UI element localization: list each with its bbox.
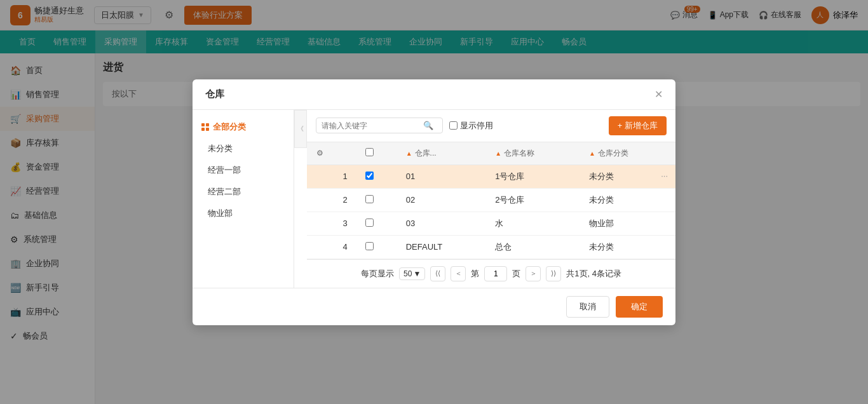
sidebar-collapse-button[interactable]: 《: [294, 110, 307, 148]
row-category: 未分类···: [581, 165, 675, 188]
th-name: ▲ 仓库名称: [487, 142, 581, 165]
modal-toolbar: 🔍 显示停用 + 新增仓库: [307, 110, 675, 142]
table-row[interactable]: 2 02 2号仓库 未分类: [307, 188, 675, 212]
row-code: 03: [398, 212, 487, 235]
sort-icon: ▲: [406, 150, 412, 157]
last-page-button[interactable]: ⟩⟩: [546, 266, 561, 281]
modal-table-wrap: ⚙ ▲ 仓库...: [307, 142, 675, 259]
row-name: 水: [487, 212, 581, 235]
modal-content-area: 🔍 显示停用 + 新增仓库 ⚙: [307, 110, 675, 288]
table-row[interactable]: 4 DEFAULT 总仓 未分类: [307, 235, 675, 259]
search-input[interactable]: [322, 121, 423, 130]
row-gear: [307, 165, 332, 188]
row-gear: [307, 212, 332, 235]
th-code-label: 仓库...: [415, 148, 437, 159]
page-input[interactable]: [484, 266, 507, 281]
row-category: 未分类: [581, 235, 675, 259]
per-page-dropdown-icon: ▼: [413, 269, 421, 278]
row-checkbox[interactable]: [358, 165, 398, 188]
row-name: 总仓: [487, 235, 581, 259]
th-checkbox: [358, 142, 398, 165]
select-all-checkbox[interactable]: [365, 148, 374, 156]
per-page-select[interactable]: 50 ▼: [399, 267, 425, 280]
per-page-value: 50: [403, 269, 412, 278]
row-name: 2号仓库: [487, 188, 581, 212]
modal-header: 仓库 ✕: [193, 79, 675, 110]
modal-footer: 取消 确定: [193, 288, 675, 325]
row-gear: [307, 188, 332, 212]
modal-sidebar: 全部分类 未分类 经营一部 经营二部 物业部: [193, 110, 294, 288]
th-gear: ⚙: [307, 142, 332, 165]
show-disabled-label[interactable]: 显示停用: [449, 120, 493, 131]
confirm-button[interactable]: 确定: [616, 296, 663, 318]
table-row[interactable]: 1 01 1号仓库 未分类···: [307, 165, 675, 188]
show-disabled-text: 显示停用: [460, 120, 493, 131]
search-input-wrap: 🔍: [316, 118, 443, 133]
th-code: ▲ 仓库...: [398, 142, 487, 165]
total-label: 共1页, 4条记录: [566, 268, 621, 279]
grid-icon: [201, 123, 209, 131]
row-checkbox[interactable]: [358, 235, 398, 259]
row-checkbox[interactable]: [358, 212, 398, 235]
modal-close-button[interactable]: ✕: [654, 88, 663, 100]
modal-sidebar-all-label: 全部分类: [213, 121, 246, 133]
modal-sidebar-item-op2[interactable]: 经营二部: [193, 181, 294, 203]
show-disabled-checkbox[interactable]: [449, 121, 458, 130]
modal-sidebar-header[interactable]: 全部分类: [193, 116, 294, 138]
next-page-button[interactable]: ＞: [526, 266, 541, 281]
page-unit-label: 页: [512, 268, 520, 279]
table-row[interactable]: 3 03 水 物业部: [307, 212, 675, 235]
row-num: 2: [332, 188, 358, 212]
th-category-label: 仓库分类: [598, 148, 628, 159]
row-code: 01: [398, 165, 487, 188]
row-name: 1号仓库: [487, 165, 581, 188]
row-num: 4: [332, 235, 358, 259]
search-icon: 🔍: [423, 121, 433, 130]
row-checkbox[interactable]: [358, 188, 398, 212]
modal-title: 仓库: [205, 88, 224, 100]
th-num: [332, 142, 358, 165]
row-gear: [307, 235, 332, 259]
th-name-label: 仓库名称: [504, 148, 534, 159]
modal-overlay: 仓库 ✕ 全部分类 未分类 经营一部 经营二部 物业部 《: [0, 0, 868, 404]
page-label: 第: [471, 268, 479, 279]
modal-sidebar-item-property[interactable]: 物业部: [193, 203, 294, 224]
add-warehouse-button[interactable]: + 新增仓库: [609, 116, 667, 135]
row-code: DEFAULT: [398, 235, 487, 259]
row-code: 02: [398, 188, 487, 212]
modal-sidebar-item-op1[interactable]: 经营一部: [193, 159, 294, 181]
th-category: ▲ 仓库分类: [581, 142, 675, 165]
prev-page-button[interactable]: ＜: [451, 266, 466, 281]
first-page-button[interactable]: ⟨⟨: [430, 266, 445, 281]
row-category: 物业部: [581, 212, 675, 235]
row-num: 1: [332, 165, 358, 188]
sort-icon-name: ▲: [495, 150, 501, 157]
row-category: 未分类: [581, 188, 675, 212]
warehouse-table: ⚙ ▲ 仓库...: [307, 142, 675, 259]
warehouse-modal: 仓库 ✕ 全部分类 未分类 经营一部 经营二部 物业部 《: [193, 79, 675, 325]
row-num: 3: [332, 212, 358, 235]
pagination: 每页显示 50 ▼ ⟨⟨ ＜ 第 页 ＞ ⟩⟩ 共1页, 4条记录: [307, 259, 675, 288]
per-page-label: 每页显示: [361, 268, 394, 279]
sort-icon-cat: ▲: [589, 150, 595, 157]
cancel-button[interactable]: 取消: [566, 296, 609, 318]
modal-sidebar-item-uncategorized[interactable]: 未分类: [193, 138, 294, 159]
modal-body: 全部分类 未分类 经营一部 经营二部 物业部 《 🔍: [193, 110, 675, 288]
gear-icon: ⚙: [316, 149, 323, 158]
